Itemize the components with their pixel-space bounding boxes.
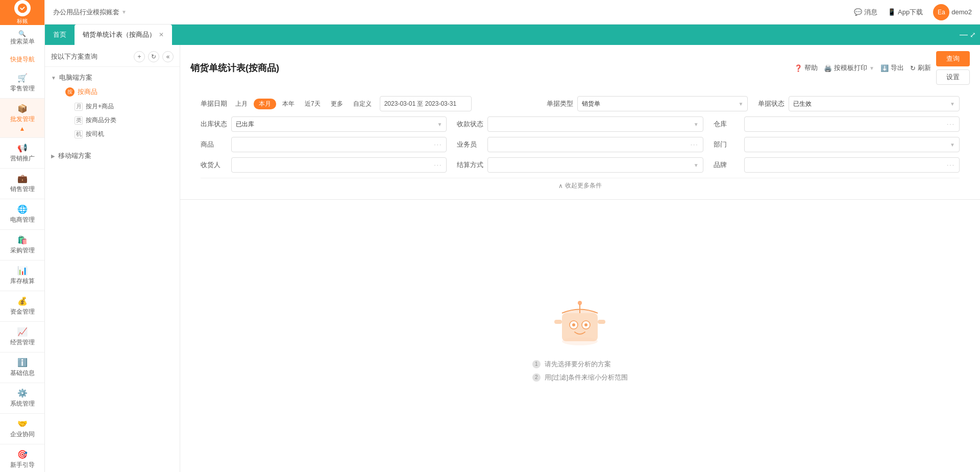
goods-input[interactable]: ··· <box>231 137 447 152</box>
date-tab-this-year[interactable]: 本年 <box>278 99 299 109</box>
sidebar-item-basic[interactable]: ℹ️ 基础信息 <box>0 352 44 383</box>
scheme-by-goods-category-label: 按商品分类 <box>86 116 116 125</box>
doc-type-value: 销货单 <box>582 100 600 108</box>
header-left: 办公用品行业模拟账套 ▼ <box>53 8 127 17</box>
data-area: 1 请先选择要分析的方案 2 用[过滤]条件来缩小分析范围 <box>180 200 980 472</box>
query-button[interactable]: 查询 <box>936 51 970 66</box>
filter-row-4: 收货人 ··· 结算方式 ▼ <box>201 157 960 173</box>
settings-button[interactable]: 设置 <box>936 69 970 85</box>
scheme-by-goods[interactable]: 按 按商品 <box>51 84 174 100</box>
tab-close-icon[interactable]: ✕ <box>159 31 164 38</box>
print-template-btn[interactable]: 🖨️ 按模板打印 ▼ <box>824 63 874 73</box>
doc-type-select[interactable]: 销货单 ▼ <box>577 96 748 111</box>
sidebar-search[interactable]: 🔍 搜索菜单 <box>0 25 44 51</box>
left-panel-actions: + ↻ « <box>134 51 174 62</box>
app-download-btn[interactable]: 📱 App下载 <box>888 8 923 17</box>
sidebar-item-retail[interactable]: 🛒 零售管理 <box>0 68 44 99</box>
scheme-by-goods-category[interactable]: 类 按商品分类 <box>51 113 174 127</box>
industry-selector[interactable]: 办公用品行业模拟账套 ▼ <box>53 8 127 17</box>
scheme-by-cashier[interactable]: 机 按司机 <box>51 127 174 141</box>
sidebar-item-ecommerce[interactable]: 🌐 电商管理 <box>0 199 44 230</box>
svg-rect-8 <box>598 320 605 324</box>
filter-salesperson: 业务员 ··· <box>457 137 703 152</box>
refresh-btn[interactable]: ↻ 刷新 <box>910 63 931 73</box>
date-tab-last-month[interactable]: 上月 <box>231 99 252 109</box>
svg-point-6 <box>584 323 587 326</box>
app-download-icon: 📱 <box>888 8 896 16</box>
sidebar-item-marketing[interactable]: 📢 营销推广 <box>0 138 44 169</box>
empty-illustration <box>549 290 610 351</box>
filter-receipt-status: 收款状态 ▼ <box>457 116 703 132</box>
date-tab-7days[interactable]: 近7天 <box>301 99 325 109</box>
sidebar-item-system[interactable]: ⚙️ 系统管理 <box>0 383 44 414</box>
payment-method-chevron: ▼ <box>694 162 699 168</box>
filter-row-2: 出库状态 已出库 ▼ 收款状态 ▼ <box>201 116 960 132</box>
message-btn[interactable]: 💬 消息 <box>854 8 877 17</box>
scheme-group-pc: ▼ 电脑端方案 按 按商品 月 按月+商品 类 按商品分类 机 按司 <box>45 67 180 145</box>
collapse-panel-btn[interactable]: « <box>162 51 174 62</box>
empty-text: 1 请先选择要分析的方案 2 用[过滤]条件来缩小分析范围 <box>532 360 628 382</box>
out-status-select[interactable]: 已出库 ▼ <box>231 116 447 132</box>
warehouse-label: 仓库 <box>714 120 740 129</box>
scheme-group-pc-header[interactable]: ▼ 电脑端方案 <box>51 71 174 84</box>
receipt-status-chevron: ▼ <box>694 122 699 127</box>
sidebar-item-wholesale[interactable]: 📦 批发管理 ▲ <box>0 99 44 138</box>
export-label: 导出 <box>891 63 904 73</box>
scheme-group-mobile-header[interactable]: ▶ 移动端方案 <box>51 149 174 162</box>
message-icon: 💬 <box>854 8 862 16</box>
receipt-status-select[interactable]: ▼ <box>487 116 703 132</box>
search-label: 搜索菜单 <box>0 37 44 46</box>
doc-status-select[interactable]: 已生效 ▼ <box>789 96 960 111</box>
print-dropdown-icon: ▼ <box>869 65 874 71</box>
warehouse-dots: ··· <box>947 121 955 128</box>
step-2-icon: 2 <box>532 373 541 382</box>
date-tab-more[interactable]: 更多 <box>327 99 347 109</box>
filter-row-1: 单据日期 上月 本月 本年 近7天 更多 自定义 <box>201 96 960 111</box>
tab-sales-stats[interactable]: 销货单统计表（按商品） ✕ <box>75 25 172 45</box>
sidebar-item-finance[interactable]: 💰 资金管理 <box>0 291 44 322</box>
sidebar-item-corp[interactable]: 🤝 企业协同 <box>0 414 44 444</box>
refresh-scheme-btn[interactable]: ↻ <box>148 51 159 62</box>
step-1-text: 请先选择要分析的方案 <box>545 360 611 369</box>
sidebar-item-purchase[interactable]: 🛍️ 采购管理 <box>0 230 44 261</box>
sub-icon-3: 机 <box>75 130 83 138</box>
date-tab-this-month[interactable]: 本月 <box>254 99 276 109</box>
add-scheme-btn[interactable]: + <box>134 51 145 62</box>
date-tab-custom[interactable]: 自定义 <box>349 99 376 109</box>
sidebar-item-operations[interactable]: 📈 经营管理 <box>0 322 44 352</box>
scheme-by-month-goods[interactable]: 月 按月+商品 <box>51 100 174 113</box>
department-select[interactable]: ▼ <box>744 137 960 152</box>
sidebar-item-newbie[interactable]: 🎯 新手引导 <box>0 444 44 472</box>
tab-minimize-icon[interactable]: — <box>960 30 968 39</box>
filter-department: 部门 ▼ <box>714 137 960 152</box>
sidebar-item-inventory[interactable]: 📊 库存核算 <box>0 261 44 291</box>
refresh-label: 刷新 <box>918 63 931 73</box>
refresh-icon: ↻ <box>910 64 916 72</box>
payment-method-select[interactable]: ▼ <box>487 157 703 173</box>
quick-nav[interactable]: 快捷导航 <box>0 51 44 68</box>
consignee-input[interactable]: ··· <box>231 157 447 173</box>
sidebar-item-sales[interactable]: 💼 销售管理 <box>0 169 44 199</box>
print-icon: 🖨️ <box>824 64 832 72</box>
help-btn[interactable]: ❓ 帮助 <box>794 63 818 73</box>
tab-home[interactable]: 首页 <box>45 25 75 45</box>
user-menu[interactable]: Ea demo2 <box>933 4 972 20</box>
date-range-input[interactable]: 2023-03-01 至 2023-03-31 <box>380 96 472 111</box>
filter-row-3: 商品 ··· 业务员 ··· <box>201 137 960 152</box>
date-label: 单据日期 <box>201 99 227 108</box>
print-label: 按模板打印 <box>834 63 867 73</box>
collapse-filter-btn[interactable]: ∧ 收起更多条件 <box>201 178 960 193</box>
expand-icon: ▼ <box>51 75 56 81</box>
search-icon: 🔍 <box>0 30 44 37</box>
svg-point-10 <box>578 301 582 305</box>
quick-nav-label: 快捷导航 <box>10 56 35 63</box>
brand-input[interactable]: ··· <box>744 157 960 173</box>
export-btn[interactable]: ⬇️ 导出 <box>880 63 904 73</box>
app-logo-text: 标账 <box>17 17 28 25</box>
page-title-bar: 销货单统计表(按商品) ❓ 帮助 🖨️ 按模板打印 ▼ <box>180 45 980 200</box>
tab-maximize-icon[interactable]: ⤢ <box>970 31 976 39</box>
operations-icon: 📈 <box>17 327 28 337</box>
salesperson-input[interactable]: ··· <box>487 137 703 152</box>
inventory-icon: 📊 <box>17 266 28 275</box>
warehouse-input[interactable]: ··· <box>744 116 960 132</box>
